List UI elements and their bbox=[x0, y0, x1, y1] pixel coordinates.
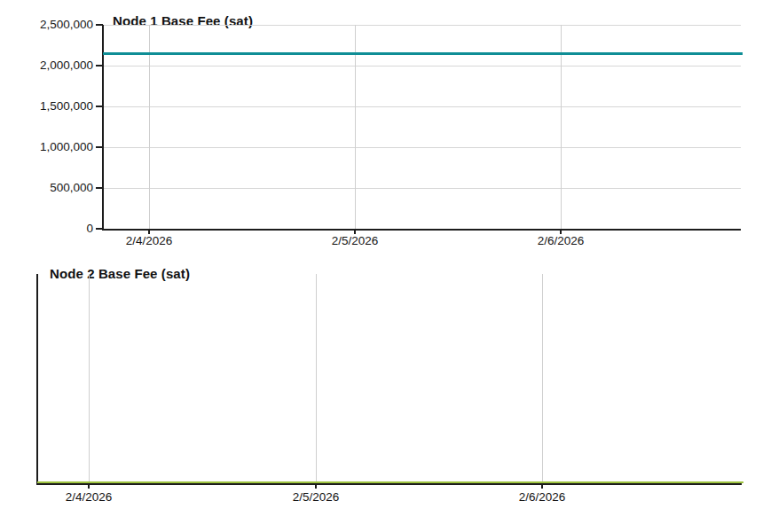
y-tick-label: 500,000 bbox=[0, 181, 93, 195]
gridline bbox=[561, 25, 562, 229]
gridline bbox=[89, 274, 90, 483]
x-tick-mark bbox=[541, 483, 543, 489]
y-tick-label: 2,500,000 bbox=[0, 18, 93, 32]
gridline bbox=[104, 66, 741, 66]
x-tick-mark bbox=[315, 483, 317, 489]
y-tick-label: 1,500,000 bbox=[0, 99, 93, 113]
gridline bbox=[104, 188, 741, 189]
chart1-plot-area bbox=[102, 25, 741, 231]
gridline bbox=[149, 25, 150, 229]
x-tick-label: 2/5/2026 bbox=[263, 490, 369, 505]
charts-panel: Node 1 Base Fee (sat) 2,500,000 2,000,00… bbox=[0, 0, 763, 532]
gridline bbox=[104, 106, 741, 107]
y-tick-label: 0 bbox=[0, 222, 93, 236]
x-tick-label: 2/4/2026 bbox=[35, 490, 142, 505]
node2-base-fee-series-line bbox=[37, 481, 743, 483]
x-tick-label: 2/6/2026 bbox=[489, 490, 595, 505]
x-tick-mark bbox=[88, 483, 90, 489]
node1-base-fee-series-line bbox=[103, 52, 743, 55]
gridline bbox=[542, 274, 543, 483]
gridline bbox=[104, 25, 741, 26]
y-tick-label: 1,000,000 bbox=[0, 140, 93, 154]
y-tick-label: 2,000,000 bbox=[0, 59, 93, 73]
gridline bbox=[316, 274, 317, 483]
gridline bbox=[104, 147, 741, 148]
gridline bbox=[355, 25, 356, 229]
x-tick-label: 2/4/2026 bbox=[96, 234, 202, 248]
chart2-plot-area bbox=[36, 274, 742, 485]
x-tick-label: 2/5/2026 bbox=[302, 234, 408, 248]
x-tick-label: 2/6/2026 bbox=[507, 234, 614, 248]
